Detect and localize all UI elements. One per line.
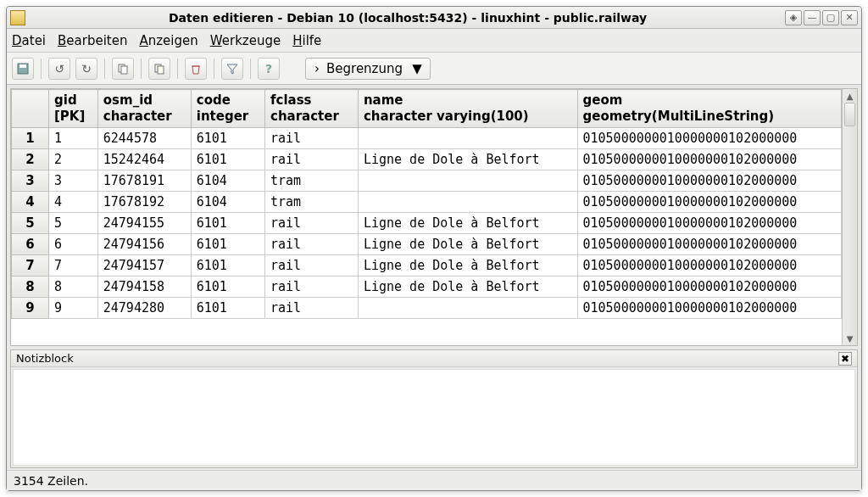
- scratchpad-close-button[interactable]: ✖: [838, 352, 852, 366]
- cell-osmid[interactable]: 17678192: [97, 191, 191, 212]
- cell-osmid[interactable]: 24794156: [97, 233, 191, 254]
- cell-code[interactable]: 6101: [191, 276, 264, 297]
- cell-fclass[interactable]: tram: [264, 191, 358, 212]
- scroll-up-button[interactable]: ▲: [843, 89, 857, 103]
- col-header-osmid[interactable]: osm_idcharacter: [97, 90, 191, 128]
- cell-name[interactable]: Ligne de Dole à Belfort: [358, 148, 577, 170]
- filter-button[interactable]: [221, 58, 243, 80]
- table-row[interactable]: 33176781916104tram0105000000010000000102…: [12, 170, 842, 191]
- cell-fclass[interactable]: rail: [264, 127, 358, 148]
- cell-name[interactable]: [358, 170, 577, 191]
- table-row[interactable]: 66247941566101railLigne de Dole à Belfor…: [12, 233, 842, 254]
- cell-gid[interactable]: 4: [49, 191, 98, 212]
- row-number[interactable]: 1: [12, 127, 49, 148]
- row-number[interactable]: 5: [12, 212, 49, 233]
- cell-gid[interactable]: 5: [49, 212, 98, 233]
- cell-geom[interactable]: 0105000000010000000102000000: [577, 191, 842, 212]
- cell-geom[interactable]: 0105000000010000000102000000: [577, 212, 842, 233]
- cell-osmid[interactable]: 17678191: [97, 170, 191, 191]
- cell-name[interactable]: [358, 127, 577, 148]
- cell-name[interactable]: Ligne de Dole à Belfort: [358, 254, 577, 276]
- cell-osmid[interactable]: 24794280: [97, 297, 191, 318]
- menu-werkzeuge[interactable]: Werkzeuge: [210, 33, 281, 48]
- window-close-button[interactable]: ✕: [841, 10, 858, 25]
- cell-gid[interactable]: 6: [49, 233, 98, 254]
- table-row[interactable]: 1162445786101rail01050000000100000001020…: [12, 127, 842, 148]
- table-row[interactable]: 55247941556101railLigne de Dole à Belfor…: [12, 212, 842, 233]
- cell-gid[interactable]: 3: [49, 170, 98, 191]
- vertical-scrollbar[interactable]: ▲ ▼: [842, 89, 857, 345]
- limit-dropdown[interactable]: › Begrenzung ▼: [305, 58, 431, 80]
- table-row[interactable]: 44176781926104tram0105000000010000000102…: [12, 191, 842, 212]
- scroll-down-button[interactable]: ▼: [843, 332, 857, 345]
- cell-name[interactable]: [358, 297, 577, 318]
- cell-name[interactable]: Ligne de Dole à Belfort: [358, 233, 577, 254]
- scratchpad-textarea[interactable]: [13, 369, 855, 466]
- cell-fclass[interactable]: tram: [264, 170, 358, 191]
- cell-code[interactable]: 6104: [191, 191, 264, 212]
- cell-gid[interactable]: 9: [49, 297, 98, 318]
- save-button[interactable]: [12, 58, 34, 80]
- cell-gid[interactable]: 8: [49, 276, 98, 297]
- data-grid[interactable]: gid[PK] osm_idcharacter codeinteger fcla…: [11, 89, 842, 345]
- cell-osmid[interactable]: 24794157: [97, 254, 191, 276]
- cell-code[interactable]: 6101: [191, 297, 264, 318]
- row-number[interactable]: 4: [12, 191, 49, 212]
- row-number[interactable]: 6: [12, 233, 49, 254]
- row-number[interactable]: 8: [12, 276, 49, 297]
- copy-button[interactable]: [112, 58, 134, 80]
- cell-name[interactable]: Ligne de Dole à Belfort: [358, 212, 577, 233]
- titlebar[interactable]: Daten editieren - Debian 10 (localhost:5…: [7, 7, 861, 29]
- row-number[interactable]: 2: [12, 148, 49, 170]
- cell-fclass[interactable]: rail: [264, 148, 358, 170]
- delete-button[interactable]: [185, 58, 207, 80]
- cell-name[interactable]: Ligne de Dole à Belfort: [358, 276, 577, 297]
- scroll-thumb[interactable]: [844, 103, 855, 126]
- row-number[interactable]: 9: [12, 297, 49, 318]
- menu-bearbeiten[interactable]: Bearbeiten: [58, 33, 127, 48]
- cell-geom[interactable]: 0105000000010000000102000000: [577, 233, 842, 254]
- paste-button[interactable]: [148, 58, 170, 80]
- col-header-gid[interactable]: gid[PK]: [49, 90, 98, 128]
- table-row[interactable]: 22152424646101railLigne de Dole à Belfor…: [12, 148, 842, 170]
- row-number[interactable]: 7: [12, 254, 49, 276]
- help-button[interactable]: ?: [258, 58, 280, 80]
- cell-geom[interactable]: 0105000000010000000102000000: [577, 254, 842, 276]
- col-header-code[interactable]: codeinteger: [191, 90, 264, 128]
- cell-osmid[interactable]: 15242464: [97, 148, 191, 170]
- table-row[interactable]: 88247941586101railLigne de Dole à Belfor…: [12, 276, 842, 297]
- cell-geom[interactable]: 0105000000010000000102000000: [577, 276, 842, 297]
- cell-code[interactable]: 6101: [191, 127, 264, 148]
- row-header-corner[interactable]: [12, 90, 49, 128]
- menu-hilfe[interactable]: Hilfe: [292, 33, 321, 48]
- table-row[interactable]: 77247941576101railLigne de Dole à Belfor…: [12, 254, 842, 276]
- cell-gid[interactable]: 1: [49, 127, 98, 148]
- redo-button[interactable]: ↻: [75, 58, 97, 80]
- cell-geom[interactable]: 0105000000010000000102000000: [577, 148, 842, 170]
- cell-geom[interactable]: 0105000000010000000102000000: [577, 170, 842, 191]
- cell-fclass[interactable]: rail: [264, 212, 358, 233]
- col-header-name[interactable]: namecharacter varying(100): [358, 90, 577, 128]
- cell-code[interactable]: 6101: [191, 233, 264, 254]
- cell-code[interactable]: 6101: [191, 212, 264, 233]
- col-header-fclass[interactable]: fclasscharacter: [264, 90, 358, 128]
- undo-button[interactable]: ↺: [48, 58, 70, 80]
- cell-fclass[interactable]: rail: [264, 276, 358, 297]
- table-row[interactable]: 99247942806101rail0105000000010000000102…: [12, 297, 842, 318]
- cell-geom[interactable]: 0105000000010000000102000000: [577, 127, 842, 148]
- menu-anzeigen[interactable]: Anzeigen: [139, 33, 198, 48]
- cell-geom[interactable]: 0105000000010000000102000000: [577, 297, 842, 318]
- window-maximize-button[interactable]: ▢: [822, 10, 839, 25]
- cell-gid[interactable]: 7: [49, 254, 98, 276]
- cell-fclass[interactable]: rail: [264, 254, 358, 276]
- cell-fclass[interactable]: rail: [264, 297, 358, 318]
- cell-name[interactable]: [358, 191, 577, 212]
- window-minimize-button[interactable]: —: [804, 10, 821, 25]
- cell-code[interactable]: 6104: [191, 170, 264, 191]
- cell-code[interactable]: 6101: [191, 254, 264, 276]
- row-number[interactable]: 3: [12, 170, 49, 191]
- cell-osmid[interactable]: 24794158: [97, 276, 191, 297]
- cell-code[interactable]: 6101: [191, 148, 264, 170]
- window-sticky-button[interactable]: ◈: [785, 10, 802, 25]
- col-header-geom[interactable]: geomgeometry(MultiLineString): [577, 90, 842, 128]
